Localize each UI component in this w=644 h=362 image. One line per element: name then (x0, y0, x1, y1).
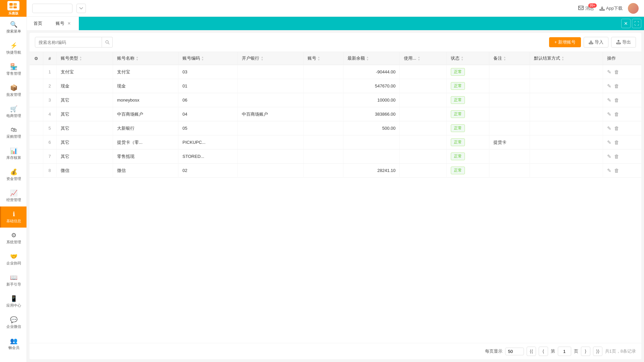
cell-default-pay-4 (530, 121, 603, 135)
th-remark[interactable]: 备注▲▼ (489, 52, 530, 65)
edit-icon-6[interactable]: ✎ (607, 154, 611, 160)
delete-icon-3[interactable]: 🗑 (614, 111, 619, 117)
cell-settings-5 (30, 135, 43, 149)
delete-icon-1[interactable]: 🗑 (614, 83, 619, 89)
delete-icon-6[interactable]: 🗑 (614, 154, 619, 159)
cell-type-4: 其它 (56, 121, 113, 135)
cell-bank-1 (238, 79, 303, 93)
pagination: 每页显示 50 10 20 100 ⟨⟨ ⟨ 第 页 ⟩ ⟩⟩ 共1页，8条记录 (30, 343, 641, 359)
cell-type-7: 微信 (56, 164, 113, 178)
svg-point-5 (106, 41, 108, 43)
delete-icon-4[interactable]: 🗑 (614, 125, 619, 131)
th-code[interactable]: 账号编码▲▼ (178, 52, 238, 65)
edit-icon-0[interactable]: ✎ (607, 69, 611, 75)
sidebar-item-label-wholesale: 批发管理 (2, 92, 25, 97)
main-area: 消息 99+ App下载 首页 账号 ✕ ✕ ⛶ (27, 0, 644, 362)
delete-icon-7[interactable]: 🗑 (614, 168, 619, 173)
sidebar-item-retail[interactable]: 🏪零售管理 (0, 59, 26, 80)
tab-expand-button[interactable]: ⛶ (632, 19, 641, 28)
import-button[interactable]: 导入 (584, 37, 608, 48)
sidebar-item-ecommerce[interactable]: 🛒电商管理 (0, 101, 26, 122)
cell-action-7: ✎ 🗑 (603, 164, 641, 178)
sidebar-item-search[interactable]: 🔍搜索菜单 (0, 17, 26, 38)
cell-bank-3: 中百商场账户 (238, 107, 303, 121)
message-button[interactable]: 消息 99+ (578, 5, 594, 11)
tab-account[interactable]: 账号 ✕ (49, 17, 79, 30)
th-action: 操作 (603, 52, 641, 65)
cell-status-0: 正常 (446, 65, 489, 79)
cell-default-pay-2 (530, 93, 603, 107)
edit-icon-5[interactable]: ✎ (607, 139, 611, 145)
cell-account-6 (303, 149, 343, 164)
sidebar-item-enterprise[interactable]: 🤝企业协同 (0, 249, 26, 270)
app-download-button[interactable]: App下载 (599, 5, 623, 11)
tab-close-icon[interactable]: ✕ (66, 21, 72, 26)
th-settings[interactable]: ⚙ (30, 52, 43, 65)
th-default-pay[interactable]: 默认结算方式▲▼ (530, 52, 603, 65)
next-page-button[interactable]: ⟩ (581, 347, 590, 356)
tab-minimize-button[interactable]: ✕ (621, 19, 631, 28)
search-input[interactable] (35, 37, 102, 48)
last-page-button[interactable]: ⟩⟩ (593, 347, 602, 356)
prev-page-button[interactable]: ⟨ (539, 347, 548, 356)
cell-code-6: STORED... (178, 149, 238, 164)
user-avatar[interactable] (628, 3, 639, 14)
cell-status-7: 正常 (446, 164, 489, 178)
cell-name-7: 微信 (113, 164, 178, 178)
total-info: 共1页，8条记录 (605, 348, 636, 354)
cell-status-1: 正常 (446, 79, 489, 93)
delete-icon-2[interactable]: 🗑 (614, 97, 619, 103)
tab-home[interactable]: 首页 (27, 17, 49, 30)
top-header: 消息 99+ App下载 (27, 0, 644, 17)
sidebar-item-guide[interactable]: 📖新手引导 (0, 270, 26, 291)
add-account-button[interactable]: + 新增账号 (549, 37, 581, 47)
edit-icon-2[interactable]: ✎ (607, 97, 611, 103)
delete-icon-0[interactable]: 🗑 (614, 69, 619, 75)
search-icon: 🔍 (2, 21, 25, 28)
header-search-input[interactable] (32, 4, 72, 13)
app-logo: 乐惠版 (0, 0, 26, 17)
edit-icon-7[interactable]: ✎ (607, 168, 611, 174)
sidebar-item-wholesale[interactable]: 📦批发管理 (0, 80, 26, 101)
cell-action-5: ✎ 🗑 (603, 135, 641, 149)
cell-remark-5: 提货卡 (489, 135, 530, 149)
page-size-select[interactable]: 50 10 20 100 (505, 348, 524, 355)
header-right: 消息 99+ App下载 (578, 3, 639, 14)
sidebar-item-purchase[interactable]: 🛍采购管理 (0, 122, 26, 143)
cell-settings-7 (30, 164, 43, 178)
cell-status-5: 正常 (446, 135, 489, 149)
sidebar-item-label-member: 畅会员 (2, 345, 25, 350)
sidebar-item-system[interactable]: ⚙系统管理 (0, 228, 26, 249)
export-button[interactable]: 导出 (611, 37, 636, 48)
th-bank[interactable]: 开户银行▲▼ (238, 52, 303, 65)
basic-icon: ℹ (2, 210, 25, 218)
sidebar-item-shortcut[interactable]: ⚡快捷导航 (0, 38, 26, 59)
delete-icon-5[interactable]: 🗑 (614, 139, 619, 145)
first-page-button[interactable]: ⟨⟨ (527, 347, 536, 356)
page-input[interactable] (558, 347, 571, 356)
sidebar-item-wechat[interactable]: 💬企业微信 (0, 312, 26, 333)
th-type[interactable]: 账号类型▲▼ (56, 52, 113, 65)
th-status[interactable]: 状态▲▼ (446, 52, 489, 65)
search-button[interactable] (102, 37, 113, 48)
ecommerce-icon: 🛒 (2, 105, 25, 113)
edit-icon-1[interactable]: ✎ (607, 83, 611, 89)
edit-icon-4[interactable]: ✎ (607, 125, 611, 131)
table-row: 5 其它 大新银行 05 500.00 正常 ✎ 🗑 (30, 121, 641, 135)
edit-icon-3[interactable]: ✎ (607, 111, 611, 117)
dropdown-button[interactable] (76, 4, 86, 13)
sidebar-item-basic[interactable]: ℹ基础信息 (0, 206, 26, 228)
sidebar-item-label-wechat: 企业微信 (2, 324, 25, 329)
sidebar-item-operations[interactable]: 📈经营管理 (0, 185, 26, 206)
th-account[interactable]: 账号▲▼ (303, 52, 343, 65)
cell-type-5: 其它 (56, 135, 113, 149)
th-balance[interactable]: 最新余额▲▼ (343, 52, 399, 65)
sidebar-item-appcenter[interactable]: 📱应用中心 (0, 291, 26, 312)
cell-balance-6 (343, 149, 399, 164)
sidebar-item-finance[interactable]: 💰资金管理 (0, 164, 26, 185)
th-usage[interactable]: 使用...▲▼ (400, 52, 447, 65)
sidebar-item-member[interactable]: 👥畅会员 (0, 333, 26, 354)
sidebar-item-inventory[interactable]: 📊库存核算 (0, 143, 26, 164)
cell-name-0: 支付宝 (113, 65, 178, 79)
th-name[interactable]: 账号名称▲▼ (113, 52, 178, 65)
